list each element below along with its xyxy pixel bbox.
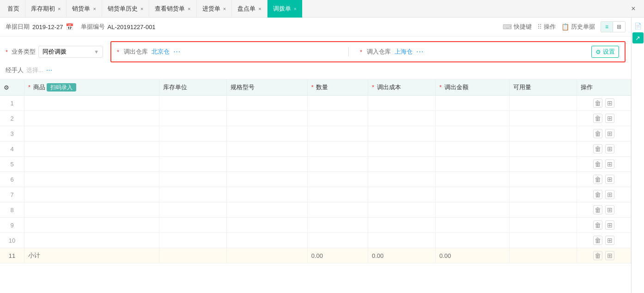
- cost-cell[interactable]: [368, 218, 436, 233]
- spec-cell[interactable]: [226, 111, 307, 126]
- goods-cell[interactable]: [24, 111, 159, 126]
- amount-cell[interactable]: [435, 96, 509, 111]
- delete-icon[interactable]: 🗑: [593, 190, 602, 199]
- qty-cell[interactable]: [307, 96, 368, 111]
- history-button[interactable]: 📋 历史单据: [561, 23, 595, 31]
- tab-close[interactable]: ×: [140, 6, 143, 12]
- tab-close[interactable]: ×: [258, 6, 261, 12]
- in-warehouse-value[interactable]: 上海仓: [395, 48, 413, 56]
- goods-cell[interactable]: [24, 157, 159, 172]
- cost-cell[interactable]: [368, 111, 436, 126]
- available-cell[interactable]: [510, 141, 577, 157]
- unit-cell[interactable]: [159, 96, 226, 111]
- delete-icon[interactable]: 🗑: [593, 205, 602, 214]
- unit-cell[interactable]: [159, 218, 226, 233]
- qty-cell[interactable]: [307, 126, 368, 141]
- spec-cell[interactable]: [226, 96, 307, 111]
- tab-home[interactable]: 首页: [2, 0, 25, 18]
- out-warehouse-more-button[interactable]: ···: [173, 48, 181, 56]
- cost-cell[interactable]: [368, 187, 436, 202]
- qty-cell[interactable]: [307, 172, 368, 187]
- tab-close[interactable]: ×: [294, 6, 297, 12]
- copy-icon[interactable]: ⊞: [605, 236, 614, 245]
- delete-icon[interactable]: 🗑: [593, 159, 602, 169]
- sidebar-export-icon[interactable]: ↗: [632, 32, 644, 43]
- copy-icon[interactable]: ⊞: [605, 220, 614, 230]
- tab-inventory-init[interactable]: 库存期初 ×: [25, 0, 67, 18]
- goods-cell[interactable]: [24, 172, 159, 187]
- tab-close[interactable]: ×: [223, 6, 226, 12]
- cost-cell[interactable]: [368, 157, 436, 172]
- amount-cell[interactable]: [435, 202, 509, 218]
- delete-icon[interactable]: 🗑: [593, 98, 602, 108]
- goods-cell[interactable]: [24, 218, 159, 233]
- delete-icon[interactable]: 🗑: [593, 251, 602, 260]
- calendar-icon[interactable]: 📅: [66, 23, 73, 31]
- unit-cell[interactable]: [159, 141, 226, 157]
- copy-icon[interactable]: ⊞: [605, 144, 614, 153]
- goods-cell[interactable]: [24, 187, 159, 202]
- spec-cell[interactable]: [226, 233, 307, 248]
- available-cell[interactable]: [510, 202, 577, 218]
- cost-cell[interactable]: [368, 126, 436, 141]
- amount-cell[interactable]: [435, 233, 509, 248]
- cost-cell[interactable]: [368, 233, 436, 248]
- cost-cell[interactable]: [368, 96, 436, 111]
- delete-icon[interactable]: 🗑: [593, 175, 602, 184]
- qty-cell[interactable]: [307, 233, 368, 248]
- amount-cell[interactable]: [435, 218, 509, 233]
- delete-icon[interactable]: 🗑: [593, 236, 602, 245]
- shortcut-button[interactable]: ⌨ 快捷键: [503, 23, 532, 31]
- copy-icon[interactable]: ⊞: [605, 190, 614, 199]
- amount-cell[interactable]: [435, 172, 509, 187]
- tab-stocktake[interactable]: 盘点单 ×: [232, 0, 267, 18]
- tab-sales-order[interactable]: 销货单 ×: [67, 0, 102, 18]
- handler-more-button[interactable]: ···: [46, 66, 52, 74]
- unit-cell[interactable]: [159, 157, 226, 172]
- delete-icon[interactable]: 🗑: [593, 220, 602, 230]
- amount-cell[interactable]: [435, 141, 509, 157]
- goods-cell[interactable]: [24, 126, 159, 141]
- amount-cell[interactable]: [435, 157, 509, 172]
- goods-cell[interactable]: [24, 233, 159, 248]
- delete-icon[interactable]: 🗑: [593, 114, 602, 123]
- unit-cell[interactable]: [159, 126, 226, 141]
- available-cell[interactable]: [510, 126, 577, 141]
- available-cell[interactable]: [510, 111, 577, 126]
- copy-icon[interactable]: ⊞: [605, 175, 614, 184]
- spec-cell[interactable]: [226, 172, 307, 187]
- available-cell[interactable]: [510, 96, 577, 111]
- qty-cell[interactable]: [307, 157, 368, 172]
- unit-cell[interactable]: [159, 172, 226, 187]
- window-close-button[interactable]: ×: [625, 0, 642, 18]
- cost-cell[interactable]: [368, 202, 436, 218]
- operation-button[interactable]: ⠿ 操作: [537, 23, 556, 31]
- goods-cell[interactable]: [24, 96, 159, 111]
- unit-cell[interactable]: [159, 202, 226, 218]
- goods-cell[interactable]: [24, 141, 159, 157]
- available-cell[interactable]: [510, 172, 577, 187]
- biz-type-select[interactable]: 同价调拨 ▼: [38, 46, 103, 58]
- available-cell[interactable]: [510, 233, 577, 248]
- tab-sales-history[interactable]: 销货单历史 ×: [102, 0, 149, 18]
- scan-input-button[interactable]: 扫码录入: [47, 83, 76, 92]
- copy-icon[interactable]: ⊞: [605, 129, 614, 138]
- copy-icon[interactable]: ⊞: [605, 159, 614, 169]
- copy-icon[interactable]: ⊞: [605, 251, 614, 260]
- handler-input[interactable]: 选择...: [26, 66, 43, 74]
- qty-cell[interactable]: [307, 218, 368, 233]
- settings-button[interactable]: ⚙ 设置: [591, 46, 619, 58]
- spec-cell[interactable]: [226, 126, 307, 141]
- unit-cell[interactable]: [159, 187, 226, 202]
- copy-icon[interactable]: ⊞: [605, 205, 614, 214]
- qty-cell[interactable]: [307, 141, 368, 157]
- unit-cell[interactable]: [159, 111, 226, 126]
- delete-icon[interactable]: 🗑: [593, 129, 602, 138]
- list-view-button[interactable]: ≡: [601, 22, 613, 32]
- spec-cell[interactable]: [226, 202, 307, 218]
- delete-icon[interactable]: 🗑: [593, 144, 602, 153]
- amount-cell[interactable]: [435, 126, 509, 141]
- in-warehouse-more-button[interactable]: ···: [416, 48, 424, 56]
- spec-cell[interactable]: [226, 157, 307, 172]
- cost-cell[interactable]: [368, 141, 436, 157]
